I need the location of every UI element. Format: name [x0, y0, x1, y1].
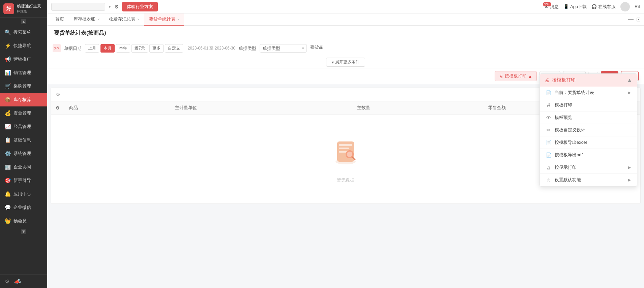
search-icon: 🔍 [5, 29, 11, 35]
current-arrow-icon: ▶ [628, 90, 631, 95]
svg-rect-3 [339, 148, 349, 149]
dropdown-item-export-pdf[interactable]: 📄 按模板导出pdf [540, 149, 637, 161]
tab-label: 库存批次账 [74, 16, 95, 22]
sidebar-item-sales[interactable]: 📊 销售管理 [0, 66, 47, 79]
sidebar-item-operations[interactable]: 📈 经营管理 [0, 120, 47, 133]
tab-label: 收发存汇总表 [109, 16, 135, 22]
dropdown-item-template-print[interactable]: 🖨 模板打印 [540, 99, 637, 111]
sidebar-item-inventory[interactable]: 📦 库存核算 [0, 93, 47, 106]
appstore-icon: 🔔 [5, 191, 11, 197]
sidebar-item-enterprise[interactable]: 🏢 企业协同 [0, 160, 47, 174]
tab-order-stats[interactable]: 要货单统计表 × [144, 13, 184, 26]
sidebar-speaker-icon[interactable]: 📣 [14, 278, 21, 285]
messages-badge: 99+ [543, 2, 551, 6]
table-col-icon: ⚙ [56, 105, 60, 110]
user-name: Rit [635, 4, 640, 9]
sidebar-scroll-down[interactable]: ▼ [21, 229, 26, 234]
dropdown-item-label: 模板自定义设计 [555, 127, 585, 133]
order-type-select[interactable]: 单据类型 [260, 44, 307, 53]
date-range-text: 2023-06-01 至 2023-06-30 [188, 45, 235, 51]
order-goods-label: 要货品 [310, 44, 323, 50]
sidebar-scroll-up[interactable]: ▲ [21, 19, 26, 24]
table-col-quantity: 主数量 [352, 101, 484, 115]
sidebar-item-purchase[interactable]: 🛒 采购管理 [0, 79, 47, 93]
sidebar-item-quick-nav[interactable]: ⚡ 快捷导航 [0, 39, 47, 53]
dropdown-title: 🖨 按模板打印 [545, 77, 576, 83]
tab-close-icon[interactable]: × [97, 17, 99, 21]
window-controls: — ⊡ [628, 16, 641, 23]
trial-button[interactable]: 体验行业方案 [122, 2, 158, 11]
tab-receipt-summary[interactable]: 收发存汇总表 × [104, 13, 144, 26]
sidebar-item-label: 资金管理 [13, 110, 31, 116]
dropdown-item-label: 模板预览 [555, 115, 572, 121]
svg-point-6 [347, 152, 352, 157]
app-logo-icon: 好 [3, 3, 14, 14]
app-download-button[interactable]: 📱 App下载 [563, 4, 587, 10]
topbar-search-input[interactable] [51, 3, 105, 11]
expand-more-icon: ▾ [332, 60, 334, 65]
dropdown-current-item[interactable]: 📄 当前：要货单统计表 ▶ [540, 87, 637, 99]
sidebar-item-system[interactable]: ⚙️ 系统管理 [0, 147, 47, 160]
sidebar-item-appstore[interactable]: 🔔 应用中心 [0, 187, 47, 201]
table-settings-icon[interactable]: ⚙ [56, 91, 60, 98]
sidebar-item-marketing[interactable]: 📢 营销推广 [0, 53, 47, 66]
sidebar-logo: 好 畅捷通好生意 标准版 [0, 0, 47, 18]
sidebar-item-label: 快捷导航 [13, 43, 31, 49]
template-preview-icon: 👁 [546, 115, 551, 120]
date-btn-last-month[interactable]: 上月 [85, 44, 99, 53]
date-btn-7days[interactable]: 近7天 [131, 44, 148, 53]
user-avatar[interactable] [620, 2, 630, 11]
filter-bar: >> 单据日期 上月 本月 本年 近7天 更多 自定义 2023-06-01 至… [47, 41, 644, 56]
current-icon: 📄 [546, 90, 551, 95]
sidebar-item-label: 新手引导 [13, 178, 31, 184]
date-filter-label: 单据日期 [64, 45, 82, 52]
dropdown-item-export-excel[interactable]: 📄 按模板导出excel [540, 136, 637, 149]
sidebar-menu: ▲ 🔍 搜索菜单 ⚡ 快捷导航 📢 营销推广 📊 销售管理 🛒 采购管理 📦 库… [0, 18, 47, 275]
date-btn-this-year[interactable]: 本年 [116, 44, 130, 53]
messages-button[interactable]: ✉ 99+ 消息 [545, 4, 559, 10]
sidebar-item-label: 库存核算 [13, 97, 31, 103]
headset-icon: 🎧 [591, 4, 597, 9]
print-template-label: 按模板打印 [505, 73, 527, 79]
sidebar-item-basic[interactable]: 📋 基础信息 [0, 133, 47, 147]
dropdown-item-label: 按模板导出pdf [555, 152, 583, 158]
sidebar-item-search[interactable]: 🔍 搜索菜单 [0, 26, 47, 39]
dropdown-title-label: 按模板打印 [552, 77, 576, 83]
date-btn-more[interactable]: 更多 [149, 44, 164, 53]
tab-label: 首页 [55, 16, 64, 22]
sidebar-item-wechat[interactable]: 💬 企业微信 [0, 201, 47, 214]
tab-close-icon[interactable]: × [177, 17, 179, 21]
date-btn-custom[interactable]: 自定义 [165, 44, 183, 53]
filter-row: 单据日期 上月 本月 本年 近7天 更多 自定义 2023-06-01 至 20… [64, 44, 235, 53]
filter-expand-button[interactable]: >> [53, 44, 61, 52]
set-default-icon: ☆ [546, 178, 551, 183]
minimize-button[interactable]: — [628, 16, 634, 23]
filter-row-2: 单据类型 单据类型 [239, 44, 307, 53]
date-btn-this-month[interactable]: 本月 [100, 44, 115, 53]
tab-home[interactable]: 首页 [51, 13, 69, 26]
dropdown-item-label: 模板打印 [555, 102, 572, 108]
tab-close-icon[interactable]: × [137, 17, 139, 21]
topbar-dropdown-chevron[interactable]: ▾ [109, 4, 111, 9]
dropdown-item-template-preview[interactable]: 👁 模板预览 [540, 111, 637, 124]
maximize-button[interactable]: ⊡ [636, 16, 641, 23]
print-template-button[interactable]: 🖨 按模板打印 ▲ [495, 71, 537, 81]
filter-row-3: 要货品 [310, 44, 323, 50]
dropdown-item-template-design[interactable]: ✏ 模板自定义设计 [540, 124, 637, 136]
sidebar-item-guide[interactable]: 🎯 新手引导 [0, 174, 47, 187]
topbar-gear-icon[interactable]: ⚙ [114, 4, 119, 10]
order-type-select-wrap: 单据类型 [260, 44, 307, 53]
sidebar-item-member[interactable]: 👑 畅会员 [0, 214, 47, 228]
dropdown-display-print-left: 🖨 按显示打印 [546, 164, 577, 170]
sidebar-settings-icon[interactable]: ⚙ [5, 278, 9, 285]
dropdown-current-left: 📄 当前：要货单统计表 [546, 90, 594, 96]
topbar: ▾ ⚙ 体验行业方案 ✉ 99+ 消息 📱 App下载 🎧 在线客服 Rit [47, 0, 644, 13]
dropdown-display-print[interactable]: 🖨 按显示打印 ▶ [540, 161, 637, 174]
tab-batch-ledger[interactable]: 库存批次账 × [69, 13, 104, 26]
sidebar-item-finance[interactable]: 💰 资金管理 [0, 106, 47, 120]
online-service-button[interactable]: 🎧 在线客服 [591, 4, 616, 10]
dropdown-close-icon[interactable]: ▲ [627, 77, 632, 83]
dropdown-set-default[interactable]: ☆ 设置默认功能 ▶ [540, 174, 637, 186]
display-print-icon: 🖨 [546, 165, 551, 170]
expand-more-button[interactable]: ▾ 展开更多条件 [326, 58, 365, 67]
